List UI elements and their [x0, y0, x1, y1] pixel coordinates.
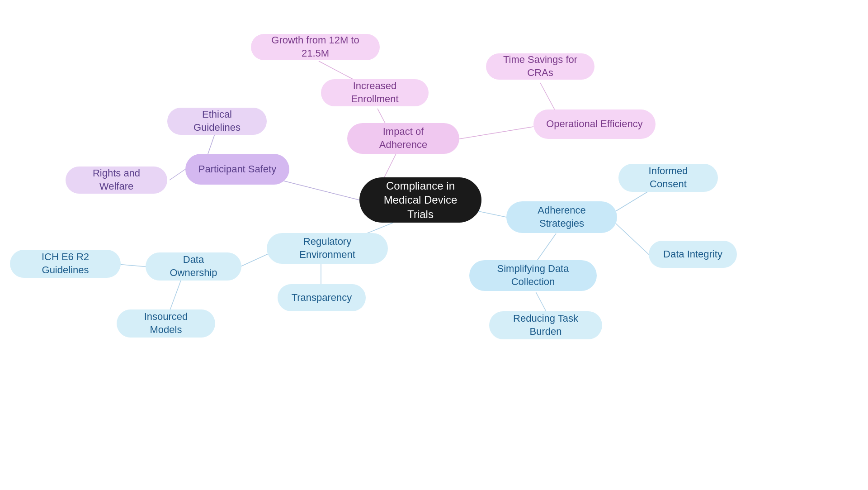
ethical-guidelines-label: Ethical Guidelines — [180, 108, 254, 134]
simplifying-data-node[interactable]: Simplifying Data Collection — [469, 260, 597, 291]
participant-safety-label: Participant Safety — [198, 163, 276, 176]
adherence-strategies-label: Adherence Strategies — [519, 204, 604, 230]
ich-guidelines-label: ICH E6 R2 Guidelines — [23, 251, 108, 276]
ethical-guidelines-node[interactable]: Ethical Guidelines — [167, 108, 267, 135]
svg-line-15 — [240, 252, 271, 267]
operational-efficiency-node[interactable]: Operational Efficiency — [533, 109, 656, 139]
informed-consent-node[interactable]: Informed Consent — [618, 164, 718, 192]
svg-line-8 — [319, 61, 357, 81]
growth-node[interactable]: Growth from 12M to 21.5M — [251, 34, 380, 60]
data-integrity-node[interactable]: Data Integrity — [649, 241, 737, 268]
regulatory-environment-label: Regulatory Environment — [279, 235, 375, 261]
svg-line-17 — [170, 281, 181, 311]
rights-welfare-node[interactable]: Rights and Welfare — [66, 167, 167, 194]
adherence-strategies-node[interactable]: Adherence Strategies — [506, 201, 617, 233]
impact-adherence-node[interactable]: Impact of Adherence — [347, 123, 459, 154]
svg-line-16 — [118, 264, 149, 267]
center-label: Compliance in Medical Device Trials — [372, 179, 469, 221]
impact-adherence-label: Impact of Adherence — [360, 125, 447, 151]
svg-line-11 — [615, 223, 651, 257]
regulatory-environment-node[interactable]: Regulatory Environment — [267, 233, 388, 264]
svg-line-7 — [457, 127, 533, 139]
increased-enrollment-label: Increased Enrollment — [334, 80, 416, 105]
svg-line-9 — [540, 83, 556, 112]
reducing-task-label: Reducing Task Burden — [502, 312, 590, 338]
transparency-label: Transparency — [292, 291, 352, 304]
operational-efficiency-label: Operational Efficiency — [546, 118, 643, 131]
insourced-models-node[interactable]: Insourced Models — [117, 309, 215, 338]
reducing-task-node[interactable]: Reducing Task Burden — [489, 311, 602, 339]
time-savings-label: Time Savings for CRAs — [499, 53, 582, 79]
svg-line-13 — [536, 292, 547, 313]
informed-consent-label: Informed Consent — [631, 165, 705, 190]
growth-label: Growth from 12M to 21.5M — [264, 34, 367, 60]
transparency-node[interactable]: Transparency — [278, 284, 366, 311]
data-integrity-label: Data Integrity — [663, 248, 722, 261]
simplifying-data-label: Simplifying Data Collection — [482, 262, 584, 288]
participant-safety-node[interactable]: Participant Safety — [185, 154, 289, 185]
ich-guidelines-node[interactable]: ICH E6 R2 Guidelines — [10, 250, 121, 278]
insourced-models-label: Insourced Models — [129, 310, 203, 336]
data-ownership-node[interactable]: Data Ownership — [146, 252, 241, 281]
increased-enrollment-node[interactable]: Increased Enrollment — [321, 79, 429, 106]
rights-welfare-label: Rights and Welfare — [78, 167, 155, 193]
time-savings-node[interactable]: Time Savings for CRAs — [486, 53, 594, 80]
svg-line-5 — [170, 169, 185, 180]
center-node: Compliance in Medical Device Trials — [359, 177, 481, 223]
svg-line-12 — [536, 233, 556, 262]
data-ownership-label: Data Ownership — [158, 253, 229, 279]
